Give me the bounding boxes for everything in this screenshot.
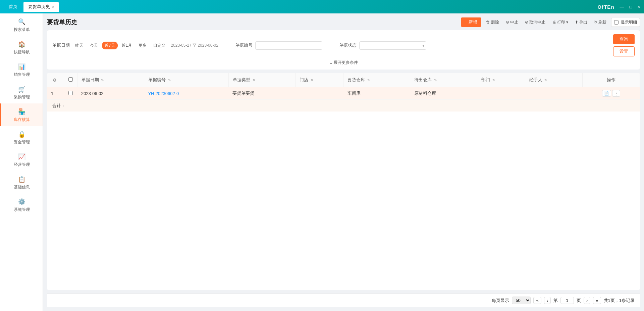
table-area: ⚙ 单据日期 ⇅ 单据编号 ⇅ [47,73,640,290]
th-department[interactable]: 部门 ⇅ [477,73,525,87]
th-pending-warehouse[interactable]: 待出仓库 ⇅ [410,73,477,87]
system-mgmt-icon: ⚙️ [18,198,25,206]
display-detail-checkbox[interactable] [614,20,619,25]
delete-icon: 🗑 [486,20,490,25]
td-store [296,87,343,100]
date-btn-today[interactable]: 今天 [87,42,101,49]
th-bill-type[interactable]: 单据类型 ⇅ [228,73,295,87]
first-page-button[interactable]: « [533,297,541,304]
sidebar-item-basic-info[interactable]: 📋 基础信息 [0,171,43,193]
inventory-icon: 🏪 [18,108,25,116]
tab-requisition-history-label: 要货单历史 [28,4,50,10]
th-bill-no[interactable]: 单据编号 ⇅ [144,73,228,87]
brand-label: OfTEn [598,4,614,10]
delete-button[interactable]: 🗑 删除 [484,18,501,27]
row-checkbox[interactable] [68,91,73,95]
footer-label: 合计： [52,103,65,109]
export-button[interactable]: ⬆ 导出 [573,18,589,27]
sidebar-item-system-mgmt[interactable]: ⚙️ 系统管理 [0,193,43,216]
td-handler [525,87,582,100]
purchase-mgmt-icon: 🛒 [18,86,25,93]
sidebar-item-system-mgmt-label: 系统管理 [14,207,30,213]
sidebar-item-finance-mgmt-label: 资金管理 [14,139,30,145]
next-page-button[interactable]: › [584,297,590,304]
sidebar: 🔍 搜索菜单 🏠 快捷导航 📊 销售管理 🛒 采购管理 🏪 库存核算 🔒 资金管… [0,13,43,311]
close-tab-icon[interactable]: × [52,5,54,9]
select-all-checkbox[interactable] [68,77,73,82]
date-btn-more[interactable]: 更多 [136,42,149,49]
date-range-display: 2023-05-27 至 2023-06-02 [171,43,218,48]
row-more-button[interactable]: ⋮ [612,90,620,97]
maximize-icon[interactable]: □ [630,4,632,9]
bill-no-filter: 单据编号 [235,41,322,50]
minimize-icon[interactable]: — [620,4,624,9]
status-select[interactable] [359,41,426,50]
query-button[interactable]: 查询 [613,34,635,44]
sort-handler-icon: ⇅ [544,78,547,82]
td-req-warehouse: 车间库 [343,87,410,100]
settings-button[interactable]: 设置 [613,46,635,56]
window-close-icon[interactable]: × [637,4,640,9]
sidebar-item-inventory-label: 库存核算 [14,117,30,123]
query-buttons: 查询 设置 [613,34,635,56]
sidebar-item-operations-mgmt[interactable]: 📈 经营管理 [0,148,43,171]
sidebar-item-inventory[interactable]: 🏪 库存核算 [0,103,43,126]
table-row[interactable]: 1 2023-06-02 YH-20230602-0 要货单要货 车间库 原材料… [47,87,640,100]
print-button[interactable]: 🖨 打印 ▾ [550,18,570,27]
search-menu-icon: 🔍 [18,18,25,26]
column-settings-icon[interactable]: ⚙ [51,76,58,84]
per-page-select[interactable]: 10 20 50 100 [512,297,531,304]
sidebar-item-quick-nav[interactable]: 🏠 快捷导航 [0,36,43,58]
page-header: 要货单历史 + 新增 🗑 删除 ⊘ 中止 ⊘ 取消中止 🖨 打印 [47,17,640,27]
print-chevron-icon: ▾ [566,20,568,25]
expand-more-button[interactable]: ⌄ 展开更多条件 [329,60,358,65]
td-department [477,87,525,100]
bill-no-label: 单据编号 [235,42,253,48]
th-req-warehouse[interactable]: 要货仓库 ⇅ [343,73,410,87]
top-bar-right: OfTEn — □ × [598,4,640,10]
page-number-input[interactable] [560,297,574,304]
table-header: ⚙ 单据日期 ⇅ 单据编号 ⇅ [47,73,640,87]
date-btn-custom[interactable]: 自定义 [151,42,168,49]
last-page-button[interactable]: » [593,297,601,304]
sidebar-item-search-menu[interactable]: 🔍 搜索菜单 [0,13,43,36]
basic-info-icon: 📋 [18,176,25,183]
sidebar-item-purchase-mgmt-label: 采购管理 [14,94,30,100]
sort-req-warehouse-icon: ⇅ [367,78,370,82]
row-view-button[interactable]: 📄 [602,90,611,97]
tab-home[interactable]: 首页 [4,2,22,12]
status-label: 单据状态 [339,42,357,48]
sidebar-item-search-menu-label: 搜索菜单 [14,27,30,33]
date-btn-yesterday[interactable]: 昨天 [72,42,86,49]
sidebar-item-operations-mgmt-label: 经营管理 [14,162,30,168]
expand-icon: ⌄ [329,60,333,65]
display-detail-button[interactable]: 显示明细 [611,18,640,27]
th-store[interactable]: 门店 ⇅ [296,73,343,87]
stop-button[interactable]: ⊘ 中止 [504,18,520,27]
sort-dept-icon: ⇅ [492,78,495,82]
bill-no-link[interactable]: YH-20230602-0 [148,91,179,96]
th-date[interactable]: 单据日期 ⇅ [77,73,144,87]
toolbar: + 新增 🗑 删除 ⊘ 中止 ⊘ 取消中止 🖨 打印 ▾ [461,17,640,27]
sidebar-item-finance-mgmt[interactable]: 🔒 资金管理 [0,126,43,148]
sidebar-item-purchase-mgmt[interactable]: 🛒 采购管理 [0,81,43,103]
tab-requisition-history[interactable]: 要货单历史 × [23,2,59,12]
total-records-label: 共1页，1条记录 [604,298,635,304]
new-button[interactable]: + 新增 [461,17,481,27]
th-handler[interactable]: 经手人 ⇅ [525,73,582,87]
date-btn-7days[interactable]: 近7天 [102,42,118,49]
expand-row: ⌄ 展开更多条件 [52,60,635,65]
bill-no-input[interactable] [255,41,322,50]
pagination-bar: 每页显示 10 20 50 100 « ‹ 第 页 › » 共1页，1条记录 [47,294,640,307]
cancel-stop-button[interactable]: ⊘ 取消中止 [523,18,547,27]
date-btn-1month[interactable]: 近1月 [119,42,135,49]
td-bill-no: YH-20230602-0 [144,87,228,100]
prev-page-button[interactable]: ‹ [544,297,551,304]
refresh-button[interactable]: ↻ 刷新 [592,18,608,27]
quick-nav-icon: 🏠 [18,41,25,48]
sidebar-item-sales-mgmt[interactable]: 📊 销售管理 [0,58,43,81]
sidebar-item-basic-info-label: 基础信息 [14,184,30,190]
per-page-label: 每页显示 [492,298,509,304]
td-date: 2023-06-02 [77,87,144,100]
table-body: 1 2023-06-02 YH-20230602-0 要货单要货 车间库 原材料… [47,87,640,100]
